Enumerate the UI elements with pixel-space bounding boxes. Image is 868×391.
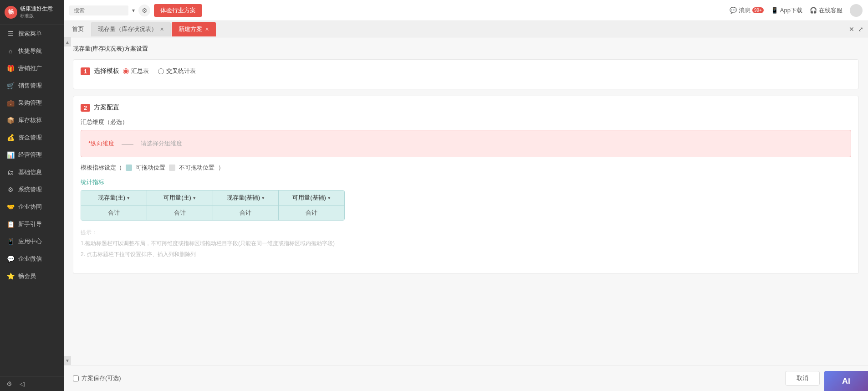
sidebar-item-quick-nav[interactable]: ⌂ 快捷导航 <box>0 42 64 60</box>
chevron-down-col3[interactable]: ▾ <box>328 195 331 201</box>
sidebar-item-app-center[interactable]: 📱 应用中心 <box>0 233 64 250</box>
page-title: 现存量(库存状况表)方案设置 <box>73 45 859 53</box>
save-checkbox[interactable] <box>73 376 79 381</box>
sidebar-item-label: 畅会员 <box>18 272 36 280</box>
section1-card: 1 选择模板 汇总表 交叉统计表 <box>73 59 859 89</box>
template-radio-group: 汇总表 交叉统计表 <box>123 67 196 75</box>
chevron-down-col1[interactable]: ▾ <box>193 195 196 201</box>
settings-bottom-icon[interactable]: ⚙ <box>6 380 12 387</box>
vertical-dim-label: *纵向维度 <box>88 139 114 148</box>
sidebar-item-inventory[interactable]: 📦 库存核算 <box>0 112 64 129</box>
topbar-dropdown[interactable]: ▾ <box>132 7 135 14</box>
sidebar-item-label: 应用中心 <box>18 237 42 246</box>
stat-col-3: 可用量(基辅) ▾ 合计 <box>279 190 344 220</box>
scroll-up-button[interactable]: ▲ <box>64 37 71 46</box>
sidebar-item-basic-info[interactable]: 🗂 基础信息 <box>0 164 64 181</box>
sidebar-item-finance[interactable]: 💰 资金管理 <box>0 129 64 146</box>
non-draggable-tag-label: 不可拖动位置 <box>179 164 214 172</box>
sidebar-item-enterprise[interactable]: 🤝 企业协同 <box>0 198 64 216</box>
stat-col-body-0: 合计 <box>81 206 147 220</box>
radio-cross[interactable]: 交叉统计表 <box>158 67 196 75</box>
draggable-tag <box>126 165 132 171</box>
save-option[interactable]: 方案保存(可选) <box>73 374 121 382</box>
step1-badge: 1 <box>81 67 90 75</box>
chevron-down-col0[interactable]: ▾ <box>127 195 130 201</box>
logo-sub: 标准版 <box>20 13 53 19</box>
sidebar-item-newbie[interactable]: 📋 新手引导 <box>0 216 64 233</box>
tab-new-scheme-close-icon[interactable]: ✕ <box>205 26 209 32</box>
step2-badge: 2 <box>81 104 90 112</box>
tab-inventory-status[interactable]: 现存量（库存状况表） ✕ <box>91 22 171 36</box>
window-controls: ✕ ⤢ <box>848 26 868 33</box>
sidebar-scroll: ☰ 搜索菜单 ⌂ 快捷导航 🎁 营销推广 🛒 销售管理 💼 采购管理 📦 库存核… <box>0 25 64 376</box>
sidebar-item-label: 系统管理 <box>18 185 42 194</box>
app-download-button[interactable]: 📱 App下载 <box>771 6 802 15</box>
section2-header: 2 方案配置 <box>81 103 851 112</box>
sidebar-item-label: 资金管理 <box>18 134 42 142</box>
tab-new-scheme-label: 新建方案 <box>179 25 202 33</box>
basic-info-icon: 🗂 <box>6 168 15 176</box>
logo-text: 畅康通好生意 <box>20 5 53 13</box>
wechat-icon: 💬 <box>6 255 15 263</box>
sidebar-item-label: 企业协同 <box>18 203 42 211</box>
stat-col-header-2: 现存量(基辅) ▾ <box>213 190 279 206</box>
sidebar-item-label: 采购管理 <box>18 99 42 107</box>
tip-1: 1.拖动标题栏可以调整布局，不可跨维度或指标区域拖动栏目字段(只能在同一维度或指… <box>81 238 851 249</box>
cancel-button[interactable]: 取消 <box>785 371 820 386</box>
finance-icon: 💰 <box>6 134 15 142</box>
topbar-settings-button[interactable]: ⚙ <box>138 5 150 16</box>
messages-button[interactable]: 💬 消息 99+ <box>730 6 764 15</box>
sidebar-item-marketing[interactable]: 🎁 营销推广 <box>0 60 64 77</box>
newbie-icon: 📋 <box>6 220 15 228</box>
system-icon: ⚙ <box>6 185 15 194</box>
sidebar-item-label: 库存核算 <box>18 116 42 124</box>
tips-title: 提示： <box>81 229 97 236</box>
radio-cross-label: 交叉统计表 <box>166 67 196 75</box>
messages-badge: 99+ <box>752 7 764 13</box>
stat-col-header-1: 可用量(主) ▾ <box>147 190 213 206</box>
dimension-area[interactable]: *纵向维度 —— 请选择分组维度 <box>81 130 851 157</box>
expand-window-icon[interactable]: ⤢ <box>857 26 864 33</box>
main-area: ▾ ⚙ 体验行业方案 💬 消息 99+ 📱 App下载 🎧 在线客服 首页 <box>64 0 868 391</box>
sidebar-item-operations[interactable]: 📊 经营管理 <box>0 146 64 164</box>
tab-home[interactable]: 首页 <box>66 22 90 36</box>
stat-indicators-section: 统计指标 现存量(主) ▾ 合计 可用量(主) <box>81 178 851 221</box>
sidebar-item-system[interactable]: ⚙ 系统管理 <box>0 181 64 198</box>
sidebar-item-label: 营销推广 <box>18 64 42 72</box>
tab-home-label: 首页 <box>72 25 84 33</box>
enterprise-icon: 🤝 <box>6 203 15 211</box>
radio-summary-input[interactable] <box>123 68 129 74</box>
radio-cross-input[interactable] <box>158 68 164 74</box>
dimension-placeholder: 请选择分组维度 <box>141 139 182 148</box>
stat-col-2: 现存量(基辅) ▾ 合计 <box>213 190 279 220</box>
sidebar-item-sales[interactable]: 🛒 销售管理 <box>0 77 64 94</box>
ai-float-button[interactable]: Ai <box>824 371 868 391</box>
user-avatar[interactable] <box>850 4 863 17</box>
operations-icon: 📊 <box>6 151 15 159</box>
sidebar-item-search-menu[interactable]: ☰ 搜索菜单 <box>0 25 64 42</box>
stat-col-body-2: 合计 <box>213 206 279 220</box>
dimension-field-label: 汇总维度（必选） <box>81 118 851 126</box>
radio-summary[interactable]: 汇总表 <box>123 67 149 75</box>
search-input[interactable] <box>69 5 128 15</box>
sidebar-item-member[interactable]: ⭐ 畅会员 <box>0 268 64 285</box>
tip-2: 2. 点击标题栏下拉可设置排序、插入列和删除列 <box>81 249 851 260</box>
sidebar-item-purchase[interactable]: 💼 采购管理 <box>0 94 64 112</box>
sound-icon[interactable]: ◁ <box>20 380 25 387</box>
section1-header: 1 选择模板 汇总表 交叉统计表 <box>81 67 851 75</box>
stat-title: 统计指标 <box>81 178 851 186</box>
scroll-down-button[interactable]: ▼ <box>64 356 71 365</box>
tab-inventory-close-icon[interactable]: ✕ <box>160 26 164 32</box>
dimension-dash: —— <box>122 140 133 147</box>
sidebar-logo: 畅 畅康通好生意 标准版 <box>0 0 64 25</box>
online-service-button[interactable]: 🎧 在线客服 <box>810 6 842 15</box>
chevron-down-col2[interactable]: ▾ <box>262 195 265 201</box>
topbar: ▾ ⚙ 体验行业方案 💬 消息 99+ 📱 App下载 🎧 在线客服 <box>64 0 868 21</box>
tab-new-scheme[interactable]: 新建方案 ✕ <box>172 22 216 36</box>
gift-icon: 🎁 <box>6 64 15 72</box>
member-icon: ⭐ <box>6 272 15 280</box>
sidebar-item-wechat[interactable]: 💬 企业微信 <box>0 250 64 268</box>
trial-button[interactable]: 体验行业方案 <box>154 4 202 17</box>
close-window-icon[interactable]: ✕ <box>848 26 855 33</box>
stat-col-0: 现存量(主) ▾ 合计 <box>81 190 147 220</box>
